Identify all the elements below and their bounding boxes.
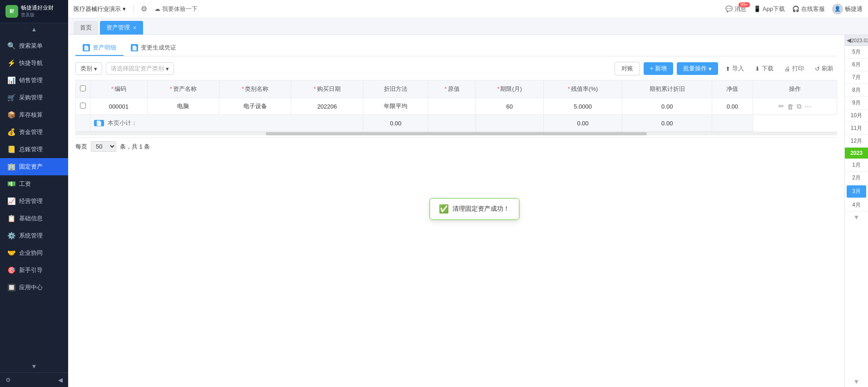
right-panel: ◀ 2023.03 ▶ 5月6月7月8月9月10月11月12月20231月2月3… xyxy=(844,35,868,387)
cal-month-2023-1月[interactable]: 1月 xyxy=(845,159,868,172)
reconcile-btn[interactable]: 对账 xyxy=(615,62,640,75)
sidebar-label-system: 系统管理 xyxy=(19,232,43,240)
new-btn[interactable]: + 新增 xyxy=(644,62,673,75)
asset-table: *编码 *资产名称 *类别名称 *购买日期 折旧方法 *原值 *期限(月) *残… xyxy=(75,80,837,132)
sidebar-item-sales[interactable]: 📊销售管理 xyxy=(0,72,68,89)
tab-close-asset-mgmt[interactable]: ✕ xyxy=(133,25,137,31)
cell-netvalue-0: 0.00 xyxy=(712,98,753,115)
cal-month-2022-6月[interactable]: 6月 xyxy=(845,59,868,71)
success-toast: ✅ 清理固定资产成功！ xyxy=(429,198,519,220)
sidebar-label-operations: 经营管理 xyxy=(19,197,43,205)
messages-btn[interactable]: 💬 消息 99+ xyxy=(725,5,746,13)
cal-month-2023-2月[interactable]: 2月 xyxy=(845,172,868,184)
batch-dropdown-icon: ▾ xyxy=(709,65,712,72)
col-name: *资产名称 xyxy=(147,80,219,98)
guide-icon: 🎯 xyxy=(7,266,15,274)
calendar-down-nav[interactable]: ▼ xyxy=(852,376,862,387)
settings-icon[interactable]: ⚙ xyxy=(5,377,11,383)
print-icon: 🖨 xyxy=(784,65,790,72)
sidebar-item-search[interactable]: 🔍搜索菜单 xyxy=(0,37,68,55)
sidebar-item-finance[interactable]: 💰资金管理 xyxy=(0,124,68,141)
more-icon-0[interactable]: ⋯ xyxy=(804,102,811,110)
sidebar-item-payroll[interactable]: 💵工资 xyxy=(0,175,68,193)
cell-category-0: 电子设备 xyxy=(219,98,291,115)
edit-icon-0[interactable]: ✏ xyxy=(779,102,784,110)
sidebar-item-inventory[interactable]: 📦库存核算 xyxy=(0,106,68,124)
sidebar-item-guide[interactable]: 🎯新手引导 xyxy=(0,262,68,279)
category-filter[interactable]: 类别 ▾ xyxy=(75,62,102,75)
username: 畅捷通 xyxy=(845,5,863,13)
logo-sub: 普及版 xyxy=(21,12,54,18)
app-download-btn[interactable]: 📱 App下载 xyxy=(754,5,785,13)
topbar-settings-icon[interactable]: ⚙ xyxy=(141,5,147,13)
cal-month-2022-9月[interactable]: 9月 xyxy=(845,97,868,109)
batch-btn[interactable]: 批量操作 ▾ xyxy=(677,62,718,75)
user-avatar: 👤 xyxy=(832,4,843,15)
scrollbar-thumb xyxy=(266,132,647,135)
sidebar-item-purchase[interactable]: 🛒采购管理 xyxy=(0,89,68,106)
tab-home[interactable]: 首页 xyxy=(74,21,98,35)
company-selector[interactable]: 医疗器械行业演示 ▾ xyxy=(74,5,126,13)
per-page-select[interactable]: 50 100 200 xyxy=(91,141,116,152)
cell-residual-0: 5.0000 xyxy=(543,98,622,115)
category-value-filter[interactable]: 请选择固定资产类别 ▾ xyxy=(106,62,174,75)
sidebar-item-appstore[interactable]: 🔲应用中心 xyxy=(0,279,68,296)
copy-icon-0[interactable]: ⧉ xyxy=(797,102,802,110)
topbar-divider xyxy=(133,5,134,13)
sidebar-label-inventory: 库存核算 xyxy=(19,111,43,119)
sub-tab-icon-change-voucher: 📄 xyxy=(131,44,138,51)
basicinfo-icon: 📋 xyxy=(7,214,15,223)
quicknav-icon: ⚡ xyxy=(7,59,15,67)
cal-month-2022-10月[interactable]: 10月 xyxy=(845,109,868,122)
sidebar-label-ledger: 总账管理 xyxy=(19,145,43,154)
row-checkbox-0[interactable] xyxy=(80,103,86,109)
sub-tab-asset-detail[interactable]: 📄资产明细 xyxy=(75,40,124,56)
refresh-btn[interactable]: ↺ 刷新 xyxy=(811,62,837,75)
online-service-btn[interactable]: 🎧 在线客服 xyxy=(792,5,825,13)
sidebar-label-basicinfo: 基础信息 xyxy=(19,214,43,223)
cal-month-2022-8月[interactable]: 8月 xyxy=(845,84,868,97)
sidebar-scroll-up[interactable]: ▲ xyxy=(0,23,68,35)
per-page-label: 每页 xyxy=(75,143,87,151)
sub-tab-label-asset-detail: 资产明细 xyxy=(93,44,116,52)
sidebar-item-enterprise[interactable]: 🤝企业协同 xyxy=(0,244,68,262)
sidebar-item-operations[interactable]: 📈经营管理 xyxy=(0,193,68,210)
user-menu[interactable]: 👤 畅捷通 xyxy=(832,4,863,15)
cal-month-2023-3月[interactable]: 3月 xyxy=(847,185,866,198)
sidebar-item-system[interactable]: ⚙️系统管理 xyxy=(0,227,68,244)
print-btn[interactable]: 🖨 打印 xyxy=(781,62,808,75)
expand-icon[interactable]: ◀ xyxy=(847,37,851,44)
cal-month-2022-11月[interactable]: 11月 xyxy=(845,122,868,135)
sidebar: 财 畅捷通好业财 普及版 ▲ 🔍搜索菜单⚡快捷导航📊销售管理🛒采购管理📦库存核算… xyxy=(0,0,68,387)
sub-tab-change-voucher[interactable]: 📄变更生成凭证 xyxy=(124,40,184,56)
col-actions: 操作 xyxy=(753,80,837,98)
sidebar-item-fixed[interactable]: 🏢固定资产 xyxy=(0,158,68,175)
delete-icon-0[interactable]: 🗑 xyxy=(787,103,794,110)
sidebar-item-ledger[interactable]: 📒总账管理 xyxy=(0,141,68,158)
cal-month-2022-12月[interactable]: 12月 xyxy=(845,135,868,148)
subtotal-label: 📄 本页小计： xyxy=(90,115,363,132)
sidebar-menu: 🔍搜索菜单⚡快捷导航📊销售管理🛒采购管理📦库存核算💰资金管理📒总账管理🏢固定资产… xyxy=(0,35,68,360)
sidebar-scroll-down[interactable]: ▼ xyxy=(0,360,68,372)
subtotal-net: 0.00 xyxy=(622,115,712,132)
sidebar-label-fixed: 固定资产 xyxy=(19,163,43,171)
import-btn[interactable]: ⬆ 导入 xyxy=(722,62,748,75)
row-checkbox-cell-0 xyxy=(76,98,90,115)
cal-down-btn[interactable]: ▼ xyxy=(845,212,868,223)
col-date: *购买日期 xyxy=(291,80,363,98)
collapse-icon[interactable]: ◀ xyxy=(58,377,63,383)
horizontal-scrollbar[interactable] xyxy=(75,132,837,135)
topbar-right: 💬 消息 99+ 📱 App下载 🎧 在线客服 👤 畅捷通 xyxy=(725,4,863,15)
download-btn[interactable]: ⬇ 下载 xyxy=(751,62,777,75)
tab-asset-mgmt[interactable]: 资产管理✕ xyxy=(100,21,143,35)
select-all-checkbox[interactable] xyxy=(80,85,86,91)
sub-tab-label-change-voucher: 变更生成凭证 xyxy=(141,44,176,52)
cal-month-2022-5月[interactable]: 5月 xyxy=(845,46,868,59)
sidebar-label-purchase: 采购管理 xyxy=(19,94,43,102)
cal-month-2022-7月[interactable]: 7月 xyxy=(845,71,868,84)
table-row: 000001 电脑 电子设备 202206 年限平均 60 5.0000 0.0… xyxy=(76,98,837,115)
cal-month-2023-4月[interactable]: 4月 xyxy=(845,199,868,212)
sidebar-item-quicknav[interactable]: ⚡快捷导航 xyxy=(0,55,68,72)
experience-btn[interactable]: ☁ 我要体验一下 xyxy=(154,5,198,13)
sidebar-item-basicinfo[interactable]: 📋基础信息 xyxy=(0,210,68,227)
